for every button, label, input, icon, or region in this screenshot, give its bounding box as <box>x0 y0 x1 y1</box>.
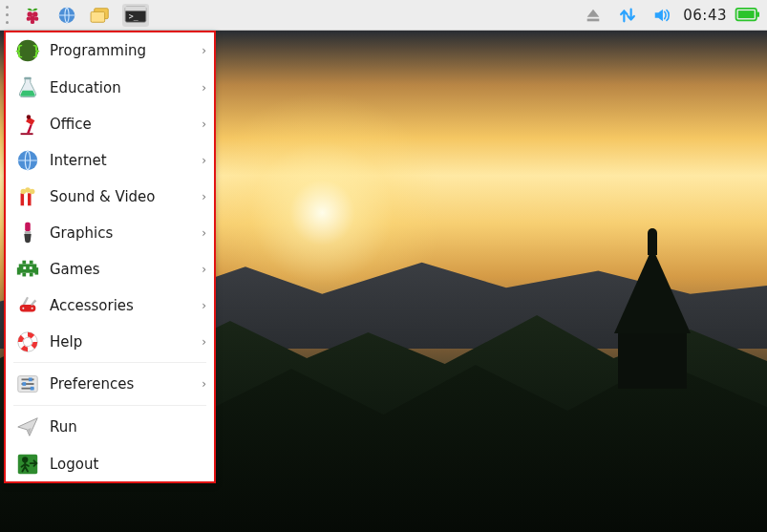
menu-item-education[interactable]: Education› <box>6 69 214 105</box>
flask-icon <box>15 75 40 100</box>
menu-item-label: Accessories <box>50 297 204 314</box>
desk-lamp-icon <box>15 112 40 137</box>
chevron-right-icon: › <box>202 299 206 312</box>
globe-icon <box>15 148 40 173</box>
svg-point-5 <box>31 19 34 23</box>
chevron-right-icon: › <box>202 335 206 349</box>
svg-point-3 <box>27 16 31 20</box>
chevron-right-icon: › <box>202 154 206 167</box>
svg-rect-14 <box>738 11 755 18</box>
sliders-icon <box>15 372 40 396</box>
taskbar-right: 06:43 <box>580 4 761 27</box>
speaker-icon <box>652 6 671 25</box>
menu-item-label: Internet <box>50 152 204 169</box>
menu-item-office[interactable]: Office› <box>6 105 214 141</box>
svg-rect-39 <box>20 305 36 311</box>
chevron-right-icon: › <box>202 81 206 95</box>
popcorn-icon <box>15 184 40 209</box>
svg-rect-48 <box>29 378 32 382</box>
battery-icon <box>735 8 761 23</box>
chevron-right-icon: › <box>202 44 206 57</box>
invader-icon <box>15 257 40 282</box>
menu-item-label: Run <box>50 418 204 436</box>
svg-rect-29 <box>25 231 32 234</box>
svg-rect-12 <box>587 18 600 21</box>
chevron-right-icon: › <box>202 117 206 131</box>
svg-rect-33 <box>22 260 26 264</box>
menu-item-label: Preferences <box>50 375 204 393</box>
tray-battery[interactable] <box>735 4 761 27</box>
application-menu: { }Programming›Education›Office›Internet… <box>4 31 216 483</box>
svg-point-19 <box>27 115 31 118</box>
menu-separator <box>13 405 206 406</box>
svg-rect-31 <box>17 267 21 274</box>
chevron-right-icon: › <box>202 190 206 203</box>
svg-rect-32 <box>34 267 38 274</box>
menu-item-label: Help <box>50 333 204 351</box>
svg-text:>_: >_ <box>129 11 138 20</box>
swiss-knife-icon <box>15 293 40 318</box>
launcher-terminal[interactable]: >_ <box>122 4 149 27</box>
menu-separator <box>13 362 206 363</box>
raspberry-icon <box>22 5 43 26</box>
svg-rect-34 <box>30 260 33 264</box>
svg-point-41 <box>32 307 33 309</box>
launcher-web-browser[interactable] <box>53 4 80 27</box>
menu-item-label: Sound & Video <box>50 188 204 205</box>
menu-item-games[interactable]: Games› <box>6 250 214 287</box>
globe-icon <box>56 5 77 26</box>
menu-item-label: Graphics <box>50 224 204 242</box>
svg-rect-28 <box>25 222 31 230</box>
paintbrush-icon <box>15 221 40 245</box>
tray-volume[interactable] <box>649 4 675 27</box>
svg-rect-22 <box>24 193 28 205</box>
menu-item-label: Games <box>50 261 204 278</box>
updown-arrows-icon <box>618 6 637 25</box>
svg-point-40 <box>22 307 24 309</box>
chevron-right-icon: › <box>202 226 206 240</box>
svg-rect-35 <box>22 272 26 276</box>
svg-rect-38 <box>30 266 32 269</box>
svg-rect-24 <box>32 193 35 205</box>
chevron-right-icon: › <box>202 377 206 391</box>
menu-item-help[interactable]: Help› <box>6 323 214 359</box>
menu-item-label: Programming <box>50 42 204 59</box>
menu-item-label: Office <box>50 116 204 133</box>
svg-text:{ }: { } <box>15 42 40 59</box>
taskbar: >_ 06:43 <box>0 0 767 31</box>
menu-item-accessories[interactable]: Accessories› <box>6 287 214 323</box>
taskbar-grip[interactable] <box>6 4 10 27</box>
launcher-file-manager[interactable] <box>88 4 115 27</box>
chevron-right-icon: › <box>202 263 206 276</box>
terminal-icon: >_ <box>124 6 147 25</box>
menu-item-programming[interactable]: { }Programming› <box>6 32 214 69</box>
tray-clock[interactable]: 06:43 <box>683 7 727 24</box>
svg-point-27 <box>30 188 35 194</box>
menu-item-internet[interactable]: Internet› <box>6 141 214 178</box>
eject-icon <box>585 7 602 24</box>
braces-icon: { } <box>15 38 40 63</box>
svg-rect-37 <box>23 266 26 269</box>
menu-item-graphics[interactable]: Graphics› <box>6 214 214 250</box>
menu-item-logout[interactable]: Logout <box>6 445 214 481</box>
paper-plane-icon <box>15 415 40 439</box>
menu-item-sound-video[interactable]: Sound & Video› <box>6 178 214 214</box>
svg-rect-21 <box>21 193 25 205</box>
tray-network[interactable] <box>614 4 641 27</box>
lifebuoy-icon <box>15 330 40 354</box>
svg-rect-23 <box>28 193 32 205</box>
menu-item-label: Logout <box>50 456 204 473</box>
svg-point-43 <box>23 337 32 346</box>
tray-eject[interactable] <box>580 4 607 27</box>
launcher-raspberry-menu[interactable] <box>19 4 46 27</box>
menu-item-preferences[interactable]: Preferences› <box>6 366 214 402</box>
svg-rect-49 <box>22 382 26 386</box>
svg-rect-36 <box>30 272 33 276</box>
folders-icon <box>90 6 113 25</box>
svg-point-4 <box>34 16 38 20</box>
menu-item-label: Education <box>50 79 204 96</box>
svg-rect-15 <box>756 11 759 16</box>
menu-item-run[interactable]: Run <box>6 409 214 445</box>
svg-rect-50 <box>31 387 34 391</box>
wallpaper-temple <box>595 226 710 389</box>
